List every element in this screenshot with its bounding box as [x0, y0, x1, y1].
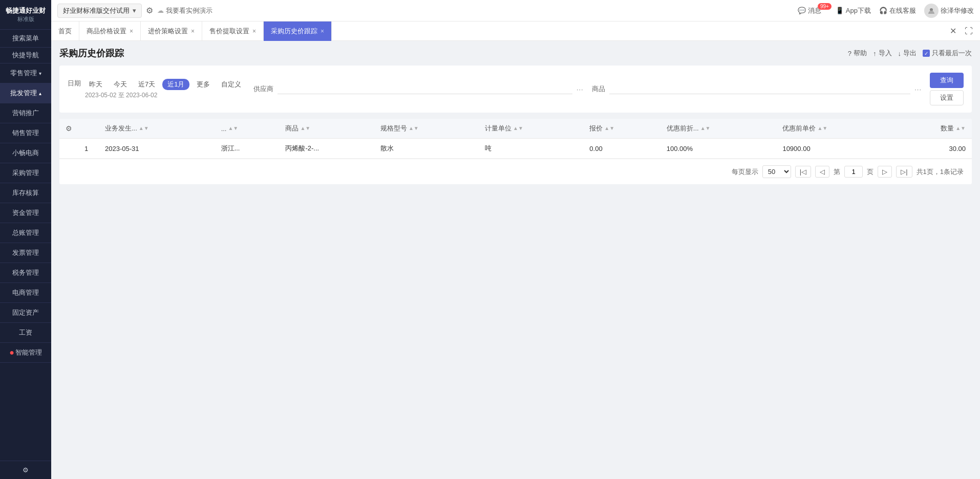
demo-btn[interactable]: ☁ 我要看实例演示: [157, 6, 212, 15]
maximize-btn[interactable]: ⛶: [962, 26, 976, 37]
sidebar-quick-nav[interactable]: 快捷导航: [0, 48, 51, 63]
th-discount[interactable]: 优惠前折... ▲▼: [661, 119, 777, 139]
filter-settings-button[interactable]: 设置: [930, 90, 964, 105]
th-pre-discount-sort[interactable]: 优惠前单价 ▲▼: [782, 124, 888, 133]
page-number-input[interactable]: [844, 166, 863, 178]
th-spec-label: 规格型号: [380, 124, 407, 133]
sidebar-item-marketing[interactable]: 营销推广: [0, 103, 51, 123]
sidebar-search[interactable]: 搜索菜单: [0, 30, 51, 48]
th-unit-label: 计量单位: [485, 124, 512, 133]
th-spec-sort[interactable]: 规格型号 ▲▼: [380, 124, 473, 133]
th-discount-sort[interactable]: 优惠前折... ▲▼: [667, 124, 771, 133]
sidebar-item-retail[interactable]: 零售管理 ▾: [0, 63, 51, 83]
page-content: 采购历史价跟踪 ? 帮助 ↑ 导入 ↓ 导出 ✓ 只看最后一次: [51, 41, 980, 479]
page-size-select[interactable]: 50 10 20 100: [762, 165, 791, 178]
date-btn-yesterday[interactable]: 昨天: [85, 79, 106, 90]
sidebar-item-fixed-assets[interactable]: 固定资产: [0, 303, 51, 323]
sidebar-item-invoice[interactable]: 发票管理: [0, 243, 51, 263]
table-header-row: ⚙ 业务发生... ▲▼ ... ▲▼: [59, 119, 972, 139]
sidebar-item-wholesale-label: 批发管理: [10, 89, 37, 98]
online-service-btn[interactable]: 🎧 在线客服: [879, 6, 916, 15]
app-download-btn[interactable]: 📱 App下载: [836, 6, 871, 15]
tab-price[interactable]: 商品价格设置 ×: [79, 21, 141, 41]
user-menu[interactable]: 徐泽华修改: [924, 4, 974, 18]
sidebar-item-ecommerce[interactable]: 电商管理: [0, 283, 51, 303]
page-last-btn[interactable]: ▷|: [896, 166, 912, 178]
th-quantity-sort[interactable]: 数量 ▲▼: [901, 124, 966, 133]
date-btn-today[interactable]: 今天: [110, 79, 131, 90]
export-btn[interactable]: ↓ 导出: [898, 49, 917, 58]
topbar-right: 💬 消息 99+ 📱 App下载 🎧 在线客服 徐泽华修改: [798, 4, 974, 18]
sidebar-item-payroll[interactable]: 工资: [0, 323, 51, 343]
tab-purchase-history[interactable]: 采购历史价跟踪 ×: [264, 21, 332, 41]
th-more[interactable]: ... ▲▼: [215, 119, 280, 139]
logo-sub: 标准版: [4, 15, 47, 23]
tab-sale-extract[interactable]: 售价提取设置 ×: [202, 21, 264, 41]
sidebar-settings-btn[interactable]: ⚙: [0, 461, 51, 479]
th-pre-discount-price[interactable]: 优惠前单价 ▲▼: [776, 119, 894, 139]
close-icon[interactable]: ×: [191, 28, 195, 35]
column-settings-icon[interactable]: ⚙: [66, 124, 72, 133]
query-button[interactable]: 查询: [930, 73, 964, 88]
close-icon[interactable]: ×: [130, 28, 133, 35]
topbar-settings-btn[interactable]: ⚙: [146, 6, 153, 15]
close-icon[interactable]: ×: [252, 28, 256, 35]
supplier-more-btn[interactable]: ···: [577, 85, 584, 93]
sidebar-item-sales[interactable]: 销售管理: [0, 123, 51, 143]
th-date-sort[interactable]: 业务发生... ▲▼: [105, 124, 209, 133]
app-download-label: App下载: [846, 6, 871, 15]
th-quantity-label: 数量: [941, 124, 954, 133]
sidebar-item-tax-label: 税务管理: [12, 268, 39, 277]
th-goods-sort[interactable]: 商品 ▲▼: [285, 124, 368, 133]
sidebar-item-finance[interactable]: 资金管理: [0, 203, 51, 223]
page-title: 采购历史价跟踪: [59, 47, 124, 59]
date-btn-last1month[interactable]: 近1月: [162, 79, 189, 90]
sort-icon: ▲▼: [604, 126, 614, 131]
page-prev-btn[interactable]: ◁: [815, 166, 829, 178]
sort-icon: ▲▼: [300, 126, 310, 131]
tab-purchase-strategy[interactable]: 进价策略设置 ×: [141, 21, 202, 41]
tab-home[interactable]: 首页: [51, 21, 79, 41]
close-icon[interactable]: ×: [321, 28, 324, 35]
import-btn[interactable]: ↑ 导入: [873, 49, 892, 58]
tabs-controls: ✕ ⛶: [947, 25, 980, 37]
th-price-sort[interactable]: 报价 ▲▼: [589, 124, 654, 133]
page-first-btn[interactable]: |◁: [795, 166, 811, 178]
th-more-sort[interactable]: ... ▲▼: [221, 125, 273, 133]
close-window-btn[interactable]: ✕: [947, 25, 960, 37]
th-unit[interactable]: 计量单位 ▲▼: [479, 119, 583, 139]
goods-more-btn[interactable]: ···: [914, 85, 922, 93]
page-next-btn[interactable]: ▷: [878, 166, 892, 178]
supplier-filter-group: 供应商 ···: [253, 84, 583, 94]
sidebar-item-purchase[interactable]: 采购管理: [0, 163, 51, 183]
th-price[interactable]: 报价 ▲▼: [583, 119, 660, 139]
sidebar-item-ecommerce-small[interactable]: 小畅电商: [0, 143, 51, 163]
th-goods[interactable]: 商品 ▲▼: [279, 119, 374, 139]
date-range-display: 2023-05-02 至 2023-06-02: [85, 91, 245, 100]
th-quantity[interactable]: 数量 ▲▼: [894, 119, 972, 139]
th-pre-discount-label: 优惠前单价: [782, 124, 816, 133]
th-date[interactable]: 业务发生... ▲▼: [99, 119, 215, 139]
sidebar-item-wholesale[interactable]: 批发管理 ▴: [0, 83, 51, 103]
main-area: 好业财标准版交付试用 ▾ ⚙ ☁ 我要看实例演示 💬 消息 99+ 📱 App下…: [51, 0, 980, 479]
sidebar-item-general-ledger[interactable]: 总账管理: [0, 223, 51, 243]
sidebar-item-inventory[interactable]: 库存核算: [0, 183, 51, 203]
supplier-input[interactable]: [278, 84, 572, 94]
help-btn[interactable]: ? 帮助: [848, 49, 867, 58]
last-only-checkbox[interactable]: ✓ 只看最后一次: [923, 49, 972, 58]
date-btn-last7[interactable]: 近7天: [134, 79, 159, 90]
export-icon: ↓: [898, 50, 902, 57]
sidebar-item-smart[interactable]: ● 智能管理: [0, 343, 51, 363]
th-spec[interactable]: 规格型号 ▲▼: [374, 119, 479, 139]
sidebar-item-tax[interactable]: 税务管理: [0, 263, 51, 283]
date-btn-more[interactable]: 更多: [193, 79, 214, 90]
export-label: 导出: [903, 49, 917, 58]
th-price-label: 报价: [589, 124, 603, 133]
goods-input[interactable]: [609, 84, 910, 94]
th-unit-sort[interactable]: 计量单位 ▲▼: [485, 124, 577, 133]
messages-btn[interactable]: 💬 消息 99+: [798, 6, 827, 15]
th-date-label: 业务发生...: [105, 124, 137, 133]
date-btn-custom[interactable]: 自定义: [217, 79, 245, 90]
version-selector[interactable]: 好业财标准版交付试用 ▾: [57, 4, 142, 18]
sort-icon: ▲▼: [700, 126, 711, 131]
